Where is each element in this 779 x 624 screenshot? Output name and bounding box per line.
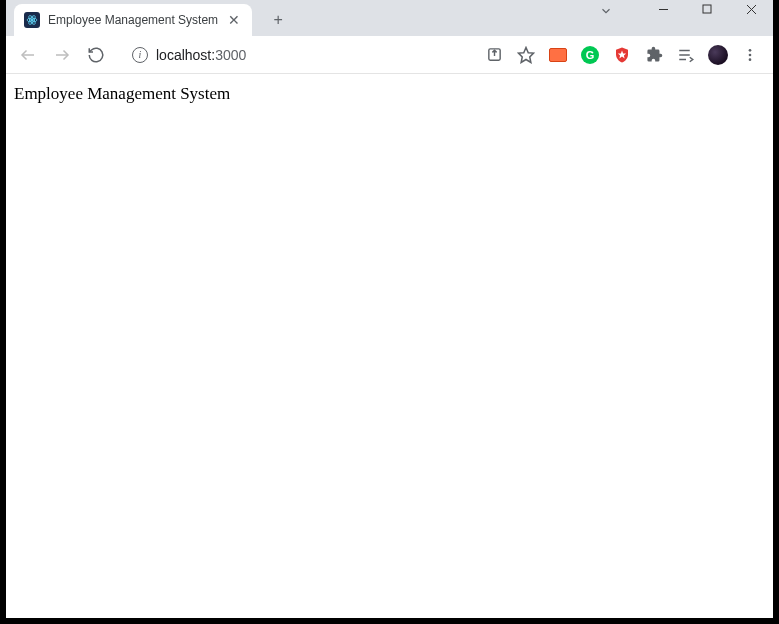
profile-avatar[interactable] [707, 44, 729, 66]
back-button[interactable] [14, 41, 42, 69]
address-port: 3000 [215, 47, 246, 63]
page-heading: Employee Management System [14, 84, 765, 104]
shield-extension-icon[interactable] [611, 44, 633, 66]
tab-search-chevron-icon[interactable] [599, 4, 613, 18]
address-bar[interactable]: i localhost:3000 [122, 41, 471, 69]
address-host: localhost: [156, 47, 215, 63]
forward-button[interactable] [48, 41, 76, 69]
address-text: localhost:3000 [156, 47, 246, 63]
browser-toolbar: i localhost:3000 G [6, 36, 773, 74]
browser-window: Employee Management System ✕ + [6, 0, 773, 618]
svg-point-17 [749, 53, 752, 56]
window-controls [641, 0, 773, 22]
browser-menu-button[interactable] [739, 44, 761, 66]
new-tab-button[interactable]: + [264, 6, 292, 34]
favorites-extension-icon[interactable] [547, 44, 569, 66]
svg-point-18 [749, 58, 752, 61]
close-window-button[interactable] [729, 0, 773, 22]
plus-icon: + [273, 11, 282, 29]
react-favicon [24, 12, 40, 28]
tab-title: Employee Management System [48, 13, 218, 27]
svg-rect-5 [703, 5, 711, 13]
bookmark-star-icon[interactable] [515, 44, 537, 66]
reading-list-icon[interactable] [675, 44, 697, 66]
minimize-button[interactable] [641, 0, 685, 22]
tab-close-button[interactable]: ✕ [226, 12, 242, 28]
extensions-icon[interactable] [643, 44, 665, 66]
grammarly-extension-icon[interactable]: G [579, 44, 601, 66]
maximize-button[interactable] [685, 0, 729, 22]
tab-strip: Employee Management System ✕ + [6, 0, 773, 36]
page-content: Employee Management System [6, 74, 773, 618]
site-info-icon[interactable]: i [132, 47, 148, 63]
toolbar-right: G [483, 44, 765, 66]
svg-point-16 [749, 49, 752, 52]
svg-marker-11 [519, 47, 534, 62]
active-tab[interactable]: Employee Management System ✕ [14, 4, 252, 36]
share-icon[interactable] [483, 44, 505, 66]
svg-point-0 [31, 19, 33, 21]
reload-button[interactable] [82, 41, 110, 69]
